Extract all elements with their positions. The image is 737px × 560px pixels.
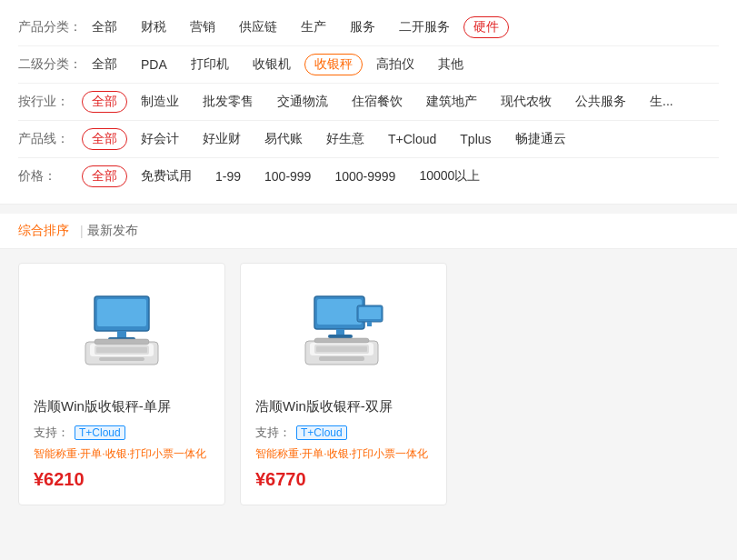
product-price-1: ¥6210 — [34, 469, 210, 490]
category-supply[interactable]: 供应链 — [229, 16, 287, 38]
category-marketing[interactable]: 营销 — [180, 16, 225, 38]
product-price-2: ¥6770 — [255, 469, 432, 490]
svg-rect-2 — [117, 331, 126, 338]
product-name-1: 浩顺Win版收银秤-单屏 — [34, 398, 210, 415]
subcategory-hicam[interactable]: 高拍仪 — [366, 54, 424, 75]
price-1000-9999[interactable]: 1000-9999 — [324, 166, 405, 186]
product-desc-2: 智能称重·开单·收银·打印小票一体化 — [255, 446, 432, 462]
price-items: 全部 免费试用 1-99 100-999 1000-9999 10000以上 — [82, 165, 490, 187]
price-10000plus[interactable]: 10000以上 — [409, 165, 490, 187]
industry-hotel[interactable]: 住宿餐饮 — [342, 91, 413, 113]
svg-rect-11 — [317, 299, 362, 325]
price-filter-row: 价格： 全部 免费试用 1-99 100-999 1000-9999 10000… — [18, 158, 719, 195]
subcategory-pda[interactable]: PDA — [131, 55, 177, 75]
productline-label: 产品线： — [18, 131, 82, 147]
subcategory-label: 二级分类： — [18, 56, 82, 73]
industry-agriculture[interactable]: 现代农牧 — [491, 91, 562, 113]
category-all[interactable]: 全部 — [82, 16, 127, 38]
product-card-1[interactable]: 浩顺Win版收银秤-单屏 支持： T+Cloud 智能称重·开单·收银·打印小票… — [18, 263, 225, 505]
subcategory-cashscale[interactable]: 收银秤 — [304, 54, 363, 75]
product-image-2 — [255, 278, 432, 387]
category-label: 产品分类： — [18, 19, 82, 35]
industry-construction[interactable]: 建筑地产 — [416, 91, 487, 113]
svg-rect-13 — [328, 335, 353, 338]
industry-items: 全部 制造业 批发零售 交通物流 住宿餐饮 建筑地产 现代农牧 公共服务 生..… — [82, 91, 683, 113]
subcategory-other[interactable]: 其他 — [428, 54, 473, 75]
svg-rect-16 — [367, 322, 372, 326]
category-items: 全部 财税 营销 供应链 生产 服务 二开服务 硬件 — [82, 16, 509, 38]
product-support-2: 支持： T+Cloud — [255, 425, 432, 441]
productline-hyc[interactable]: 好业财 — [193, 128, 251, 150]
price-free[interactable]: 免费试用 — [131, 165, 202, 187]
industry-public[interactable]: 公共服务 — [565, 91, 636, 113]
subcategory-printer[interactable]: 打印机 — [181, 54, 239, 75]
industry-more[interactable]: 生... — [640, 91, 683, 113]
svg-rect-6 — [99, 357, 144, 361]
subcategory-items: 全部 PDA 打印机 收银机 收银秤 高拍仪 其他 — [82, 54, 473, 75]
sort-latest[interactable]: 最新发布 — [87, 223, 145, 239]
productline-ydk[interactable]: 易代账 — [254, 128, 313, 150]
product-support-label-1: 支持： — [34, 425, 69, 441]
category-hardware[interactable]: 硬件 — [463, 16, 509, 38]
productline-hss[interactable]: 好生意 — [316, 128, 374, 150]
product-support-1: 支持： T+Cloud — [34, 425, 210, 441]
productline-hkj[interactable]: 好会计 — [131, 128, 189, 150]
product-support-label-2: 支持： — [255, 425, 291, 441]
svg-rect-20 — [314, 338, 369, 343]
svg-rect-22 — [316, 346, 367, 352]
sort-divider: | — [80, 224, 84, 238]
price-all[interactable]: 全部 — [82, 165, 127, 187]
sort-comprehensive[interactable]: 综合排序 — [18, 223, 76, 239]
subcategory-all[interactable]: 全部 — [82, 54, 127, 75]
price-label: 价格： — [18, 168, 82, 185]
category-service[interactable]: 服务 — [340, 16, 385, 38]
productline-items: 全部 好会计 好业财 易代账 好生意 T+Cloud Tplus 畅捷通云 — [82, 128, 576, 150]
industry-all[interactable]: 全部 — [82, 91, 127, 113]
svg-rect-12 — [336, 329, 344, 335]
svg-rect-7 — [95, 339, 149, 345]
industry-label: 按行业： — [18, 94, 82, 110]
support-badge-1: T+Cloud — [75, 425, 125, 440]
industry-wholesale[interactable]: 批发零售 — [193, 91, 264, 113]
category-opendev[interactable]: 二开服务 — [389, 16, 460, 38]
category-finance[interactable]: 财税 — [131, 16, 176, 38]
productline-tcloud[interactable]: T+Cloud — [378, 129, 446, 149]
industry-manufacturing[interactable]: 制造业 — [131, 91, 189, 113]
industry-transport[interactable]: 交通物流 — [267, 91, 338, 113]
subcategory-cashregister[interactable]: 收银机 — [243, 54, 301, 75]
sort-bar: 综合排序 | 最新发布 — [0, 214, 737, 249]
svg-rect-1 — [97, 299, 146, 326]
svg-rect-19 — [319, 356, 364, 361]
industry-filter-row: 按行业： 全部 制造业 批发零售 交通物流 住宿餐饮 建筑地产 现代农牧 公共服… — [18, 84, 719, 121]
productline-cjtcloud[interactable]: 畅捷通云 — [505, 128, 576, 150]
product-svg-1 — [67, 287, 176, 378]
productline-filter-row: 产品线： 全部 好会计 好业财 易代账 好生意 T+Cloud Tplus 畅捷… — [18, 121, 719, 158]
category-production[interactable]: 生产 — [291, 16, 336, 38]
product-svg-2 — [289, 287, 398, 378]
svg-rect-15 — [359, 307, 381, 319]
product-desc-1: 智能称重·开单·收银·打印小票一体化 — [34, 446, 210, 462]
products-area: 浩顺Win版收银秤-单屏 支持： T+Cloud 智能称重·开单·收银·打印小票… — [0, 249, 737, 519]
price-100-999[interactable]: 100-999 — [254, 166, 321, 186]
category-filter-row: 产品分类： 全部 财税 营销 供应链 生产 服务 二开服务 硬件 — [18, 9, 719, 46]
product-image-1 — [34, 278, 210, 387]
support-badge-2: T+Cloud — [296, 425, 347, 440]
subcategory-filter-row: 二级分类： 全部 PDA 打印机 收银机 收银秤 高拍仪 其他 — [18, 46, 719, 84]
price-1-99[interactable]: 1-99 — [205, 166, 251, 186]
filter-section: 产品分类： 全部 财税 营销 供应链 生产 服务 二开服务 硬件 二级分类： 全… — [0, 0, 737, 205]
productline-tplus[interactable]: Tplus — [450, 129, 501, 149]
productline-all[interactable]: 全部 — [82, 128, 127, 150]
product-card-2[interactable]: 浩顺Win版收银秤-双屏 支持： T+Cloud 智能称重·开单·收银·打印小票… — [240, 263, 447, 505]
product-name-2: 浩顺Win版收银秤-双屏 — [255, 398, 432, 415]
svg-rect-9 — [96, 347, 147, 353]
